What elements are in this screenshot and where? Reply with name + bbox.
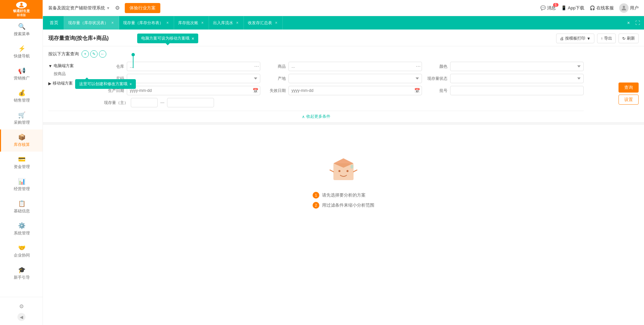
step-num-2: 2 — [313, 202, 319, 209]
edit-scheme-btn[interactable]: ✎ — [90, 50, 98, 58]
page-actions: 🖨 按模板打印 ▼ ↑ 导出 ↻ 刷新 — [556, 34, 639, 43]
scheme-group-desktop-header[interactable]: ▼ 电脑端方案 — [48, 62, 99, 70]
tab-close-in-out-flow[interactable]: × — [235, 20, 239, 25]
tab-in-out-flow[interactable]: 出入库流水 × — [209, 16, 244, 30]
tooltip1-close-btn[interactable]: × — [192, 36, 194, 41]
refresh-button[interactable]: ↻ 刷新 — [619, 34, 639, 43]
filter-origin: 产地 — [266, 74, 422, 83]
tab-fullscreen-btn[interactable]: ⛶ — [634, 19, 641, 27]
settings-button[interactable]: 设置 — [619, 95, 639, 105]
sidebar-item-label: 企业协同 — [14, 253, 30, 258]
refresh-icon: ↻ — [622, 36, 626, 41]
stock-qty-max-input[interactable] — [167, 98, 214, 107]
tab-summary[interactable]: 收发存汇总表 × — [244, 16, 283, 30]
svg-line-6 — [330, 170, 333, 172]
sidebar-item-marketing[interactable]: 📢 营销推广 — [0, 63, 43, 85]
system-selector[interactable]: 装备及固定资产辅助管理系统 ▼ — [48, 5, 110, 11]
batch-input[interactable] — [450, 86, 584, 95]
stock-status-select[interactable] — [450, 74, 584, 83]
sidebar-item-system[interactable]: ⚙️ 系统管理 — [0, 218, 43, 240]
base-icon: 📋 — [18, 200, 25, 207]
sidebar-item-search[interactable]: 🔍 搜索菜单 — [0, 19, 43, 41]
tab-close-inventory-distribution[interactable]: × — [165, 20, 170, 25]
goods-label: 商品 — [266, 64, 286, 69]
export-button[interactable]: ↑ 导出 — [597, 34, 616, 43]
sidebar-item-label: 搜索菜单 — [14, 31, 30, 37]
warehouse-input[interactable] — [127, 62, 260, 71]
sidebar-item-purchase[interactable]: 🛒 采购管理 — [0, 107, 43, 129]
import-scheme-btn[interactable]: ← — [99, 50, 106, 58]
sidebar-item-base[interactable]: 📋 基础信息 — [0, 196, 43, 218]
query-button[interactable]: 查询 — [619, 83, 639, 93]
expire-date-wrap: 📅 — [288, 86, 422, 95]
sidebar-item-enterprise[interactable]: 🤝 企业协同 — [0, 240, 43, 262]
collapse-arrow-icon: ◀ — [20, 315, 23, 320]
expire-date-calendar-icon[interactable]: 📅 — [414, 88, 420, 93]
expire-date-input[interactable] — [288, 86, 422, 95]
tab-batch-account[interactable]: 库存批次账 × — [174, 16, 209, 30]
sidebar-item-label: 系统管理 — [14, 230, 30, 236]
sidebar-item-finance[interactable]: 💳 资金管理 — [0, 152, 43, 174]
tooltip2-close-btn[interactable]: × — [129, 82, 132, 87]
print-arrow-icon: ▼ — [587, 36, 591, 41]
tab-close-inventory-status[interactable]: × — [110, 20, 115, 25]
sidebar-item-label: 库存核算 — [14, 142, 30, 148]
add-scheme-btn[interactable]: + — [82, 50, 89, 58]
print-button[interactable]: 🖨 按模板打印 ▼ — [556, 34, 594, 43]
sidebar-item-guide[interactable]: 🎓 新手引导 — [0, 262, 43, 284]
search-icon: 🔍 — [18, 23, 25, 30]
filter-batch: 批号 — [427, 86, 584, 95]
inventory-icon: 📦 — [18, 133, 25, 141]
warehouse-dots-btn[interactable]: ⋯ — [254, 64, 259, 69]
filter-section: 按以下方案查询 + ✎ ← 电脑方案可设为移动方案哦 × — [43, 46, 644, 122]
produce-date-input[interactable] — [127, 86, 260, 95]
filter-color: 颜色 — [427, 62, 584, 71]
settings-gear-icon: ⚙ — [19, 303, 24, 310]
sidebar-item-operations[interactable]: 📊 经营管理 — [0, 174, 43, 196]
tab-close-all-btn[interactable]: × — [626, 19, 631, 27]
tab-inventory-status[interactable]: 现存量（库存状况表） × — [64, 16, 119, 30]
sidebar-collapse-btn[interactable]: ◀ — [17, 313, 25, 321]
origin-select[interactable] — [288, 74, 422, 83]
sidebar-settings-btn[interactable]: ⚙ — [17, 301, 26, 312]
tab-inventory-distribution[interactable]: 现存量（库存分布表） × — [119, 16, 174, 30]
scheme-group-arrow: ▼ — [48, 64, 52, 68]
trial-button[interactable]: 体验行业方案 — [125, 3, 160, 13]
filter-row-3: 生产日期 📅 失效日期 📅 — [104, 86, 584, 95]
message-btn[interactable]: 💬 消息 6 — [540, 5, 556, 11]
sidebar-bottom: ⚙ ◀ — [0, 297, 43, 325]
svg-line-7 — [354, 170, 357, 172]
user-avatar-btn[interactable]: 用户 — [619, 3, 639, 13]
header-right: 💬 消息 6 📱 App下载 🎧 在线客服 用户 — [540, 3, 639, 13]
collapse-label: 收起更多条件 — [306, 114, 330, 119]
sidebar-item-inventory[interactable]: 📦 库存核算 — [0, 129, 43, 152]
warehouse-input-wrap: ⋯ — [127, 62, 260, 71]
color-select[interactable] — [450, 62, 584, 71]
sidebar-item-sales[interactable]: 💰 销售管理 — [0, 85, 43, 107]
tab-close-summary[interactable]: × — [274, 20, 278, 25]
stock-qty-min-input[interactable] — [131, 98, 158, 107]
tab-home[interactable]: 首页 — [44, 16, 64, 30]
message-badge: 6 — [553, 3, 558, 7]
produce-date-calendar-icon[interactable]: 📅 — [253, 88, 258, 93]
scheme-mobile-arrow: ▶ — [48, 81, 51, 86]
goods-dots-btn[interactable]: ⋯ — [416, 64, 421, 69]
sidebar-item-label: 新手引导 — [14, 275, 30, 280]
purchase-icon: 🛒 — [18, 111, 25, 119]
goods-input[interactable] — [288, 62, 422, 71]
tab-close-batch-account[interactable]: × — [200, 20, 205, 25]
header-gear-btn[interactable]: ⚙ — [113, 3, 122, 13]
tab-summary-label: 收发存汇总表 — [248, 20, 272, 26]
size-select[interactable] — [127, 74, 260, 83]
page-title: 现存量查询(按仓库+商品) — [48, 35, 109, 42]
empty-step-2-text: 用过滤条件来缩小分析范围 — [322, 202, 374, 208]
collapse-bar[interactable]: ∧ 收起更多条件 — [48, 111, 584, 122]
online-service-btn[interactable]: 🎧 在线客服 — [590, 5, 614, 11]
app-download-btn[interactable]: 📱 App下载 — [561, 5, 584, 11]
user-avatar — [619, 3, 629, 13]
print-label: 按模板打印 — [565, 36, 585, 41]
scheme-group-desktop-items: 按商品 — [48, 70, 99, 78]
sidebar-item-label: 采购管理 — [14, 120, 30, 125]
scheme-item-1[interactable]: 按商品 — [54, 70, 99, 78]
sidebar-item-quick-nav[interactable]: ⚡ 快捷导航 — [0, 41, 43, 63]
